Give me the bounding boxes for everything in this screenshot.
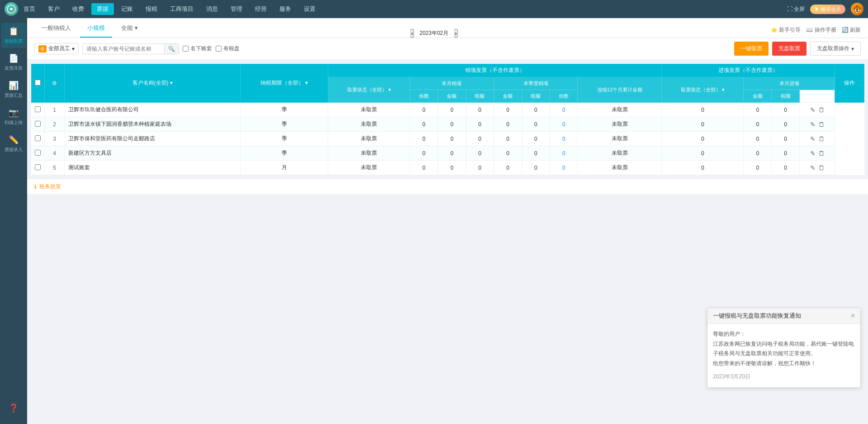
row-sales-season-amount: 0 bbox=[494, 103, 522, 117]
prev-month-button[interactable]: ‹ bbox=[410, 29, 414, 38]
row-sales-season-amount: 0 bbox=[494, 117, 522, 132]
row-number: 3 bbox=[45, 132, 65, 146]
employee-selector[interactable]: 全 全部员工 ▾ bbox=[34, 43, 79, 54]
row-client-name[interactable]: 测试账套 bbox=[65, 161, 241, 175]
row-sales-season-tax: 0 bbox=[522, 146, 550, 161]
fullscreen-btn[interactable]: ⛶ 全屏 bbox=[787, 5, 805, 13]
sidebar-item-smart-fetch[interactable]: 📋 智能取票 bbox=[1, 23, 26, 48]
nav-settings[interactable]: 设置 bbox=[298, 3, 321, 15]
row-client-name[interactable]: 卫辉市保和堂医药有限公司走郾路店 bbox=[65, 132, 241, 146]
row-12month[interactable]: 0 bbox=[550, 117, 578, 132]
detail-icon[interactable]: 🗒 bbox=[818, 135, 825, 143]
no-disk-fetch-button[interactable]: 无盘取票 bbox=[772, 42, 807, 56]
filter-has-tax-disk[interactable]: 有税盘 bbox=[216, 45, 240, 52]
filter-own-accounts[interactable]: 名下账套 bbox=[183, 45, 212, 52]
edit-icon[interactable]: ✎ bbox=[810, 135, 816, 143]
sidebar-item-help[interactable]: ❓ bbox=[1, 400, 26, 417]
tab-small-scale[interactable]: 小规模 bbox=[80, 19, 112, 38]
manual-link[interactable]: 📖 操作手册 bbox=[806, 26, 836, 34]
row-12month[interactable]: 0 bbox=[550, 103, 578, 117]
search-input[interactable] bbox=[83, 44, 164, 54]
sidebar-item-label: 票据汇总 bbox=[5, 92, 23, 99]
tax-disk-checkbox[interactable] bbox=[216, 46, 222, 52]
left-sidebar: 📋 智能取票 📄 发票开具 📊 票据汇总 📷 扫描上传 ✏️ 票据录入 ❓ bbox=[0, 18, 27, 424]
row-purchase-month-amount: 0 bbox=[744, 103, 772, 117]
nav-services[interactable]: 服务 bbox=[274, 3, 297, 15]
nav-messages[interactable]: 消息 bbox=[201, 3, 223, 15]
nav-tickets[interactable]: 票据 bbox=[91, 3, 114, 15]
tab-general-taxpayer[interactable]: 一般纳税人 bbox=[34, 19, 78, 38]
nav-bookkeeping[interactable]: 记账 bbox=[116, 3, 138, 15]
notification-close-button[interactable]: × bbox=[851, 312, 855, 320]
col-settings: ⚙ bbox=[45, 64, 65, 103]
data-table-container: ⚙ 客户名称(全部) ▾ 纳税期限（全部） ▾ 销项发票（不含作废票） 进项发票… bbox=[31, 63, 864, 175]
date-navigation: ‹ 2023年02月 › bbox=[410, 29, 458, 38]
notification-title: 一键报税与无盘取票功能恢复通知 bbox=[713, 312, 801, 320]
row-checkbox[interactable] bbox=[35, 150, 41, 156]
help-icon: ❓ bbox=[9, 403, 19, 413]
select-all-checkbox[interactable] bbox=[35, 80, 41, 86]
user-avatar[interactable]: 🐯 bbox=[851, 3, 863, 15]
row-purchase-month-qty: 0 bbox=[662, 132, 744, 146]
edit-icon[interactable]: ✎ bbox=[810, 121, 816, 128]
detail-icon[interactable]: 🗒 bbox=[818, 150, 825, 157]
row-checkbox[interactable] bbox=[35, 121, 41, 127]
invoice-issue-icon: 📄 bbox=[9, 53, 19, 63]
row-12month[interactable]: 0 bbox=[550, 132, 578, 146]
row-checkbox[interactable] bbox=[35, 164, 41, 170]
nav-clients[interactable]: 客户 bbox=[42, 3, 65, 15]
row-checkbox[interactable] bbox=[35, 106, 41, 112]
tax-policy-link[interactable]: 税务政策 bbox=[39, 183, 61, 191]
row-purchase-month-tax: 0 bbox=[772, 161, 800, 175]
row-sales-season-amount: 0 bbox=[494, 146, 522, 161]
row-purchase-month-amount: 0 bbox=[744, 117, 772, 132]
row-sales-season-tax: 0 bbox=[522, 103, 550, 117]
row-purchase-status: 未取票 bbox=[578, 146, 662, 161]
sidebar-item-ticket-entry[interactable]: ✏️ 票据录入 bbox=[1, 131, 26, 157]
edit-icon[interactable]: ✎ bbox=[810, 164, 816, 172]
search-button[interactable]: 🔍 bbox=[164, 44, 179, 54]
no-disk-ops-button[interactable]: 无盘取票操作 ▾ bbox=[810, 42, 861, 56]
row-12month[interactable]: 0 bbox=[550, 146, 578, 161]
bottom-bar: ℹ 税务政策 bbox=[27, 179, 868, 194]
row-sales-status: 未取票 bbox=[328, 103, 410, 117]
new-guide-link[interactable]: ⭐ 新手引导 bbox=[771, 26, 801, 34]
nav-business[interactable]: 工商项目 bbox=[165, 3, 199, 15]
detail-icon[interactable]: 🗒 bbox=[818, 121, 825, 128]
row-sales-month-qty: 0 bbox=[410, 103, 438, 117]
tab-all[interactable]: 全能 ▾ bbox=[114, 19, 145, 38]
row-checkbox-cell bbox=[31, 161, 45, 175]
nav-operations[interactable]: 经营 bbox=[250, 3, 272, 15]
detail-icon[interactable]: 🗒 bbox=[818, 106, 825, 114]
data-table: ⚙ 客户名称(全部) ▾ 纳税期限（全部） ▾ 销项发票（不含作废票） 进项发票… bbox=[31, 63, 864, 175]
sidebar-item-invoice-issue[interactable]: 📄 发票开具 bbox=[1, 50, 26, 75]
next-month-button[interactable]: › bbox=[454, 29, 458, 38]
refresh-link[interactable]: 🔄 刷新 bbox=[842, 26, 861, 34]
col-operations-header: 操作 bbox=[835, 64, 864, 103]
row-number: 1 bbox=[45, 103, 65, 117]
ticket-entry-icon: ✏️ bbox=[9, 135, 19, 145]
row-checkbox-cell bbox=[31, 132, 45, 146]
row-12month[interactable]: 0 bbox=[550, 161, 578, 175]
row-purchase-month-tax: 0 bbox=[772, 103, 800, 117]
edit-icon[interactable]: ✎ bbox=[810, 150, 816, 157]
row-sales-month-qty: 0 bbox=[410, 161, 438, 175]
edit-icon[interactable]: ✎ bbox=[810, 106, 816, 114]
col-sales-s-amt: 金额 bbox=[494, 90, 522, 103]
row-client-name[interactable]: 新建区方方文具店 bbox=[65, 146, 241, 161]
nav-tax[interactable]: 报税 bbox=[140, 3, 163, 15]
row-checkbox[interactable] bbox=[35, 135, 41, 141]
row-client-name[interactable]: 卫辉市汲水镇下园润香腊营木种植家庭农场 bbox=[65, 117, 241, 132]
vip-button[interactable]: ▶ 畅享会员 bbox=[810, 5, 845, 14]
nav-home[interactable]: 首页 bbox=[18, 3, 41, 15]
row-sales-season-amount: 0 bbox=[494, 161, 522, 175]
one-click-fetch-button[interactable]: 一键取票 bbox=[734, 42, 769, 56]
own-accounts-checkbox[interactable] bbox=[183, 46, 189, 52]
nav-billing[interactable]: 收费 bbox=[67, 3, 90, 15]
current-date: 2023年02月 bbox=[420, 29, 448, 37]
sidebar-item-ticket-summary[interactable]: 📊 票据汇总 bbox=[1, 77, 26, 102]
detail-icon[interactable]: 🗒 bbox=[818, 164, 825, 172]
row-client-name[interactable]: 卫辉市玖玖健合医药有限公司 bbox=[65, 103, 241, 117]
nav-management[interactable]: 管理 bbox=[225, 3, 248, 15]
sidebar-item-scan-upload[interactable]: 📷 扫描上传 bbox=[1, 104, 26, 129]
